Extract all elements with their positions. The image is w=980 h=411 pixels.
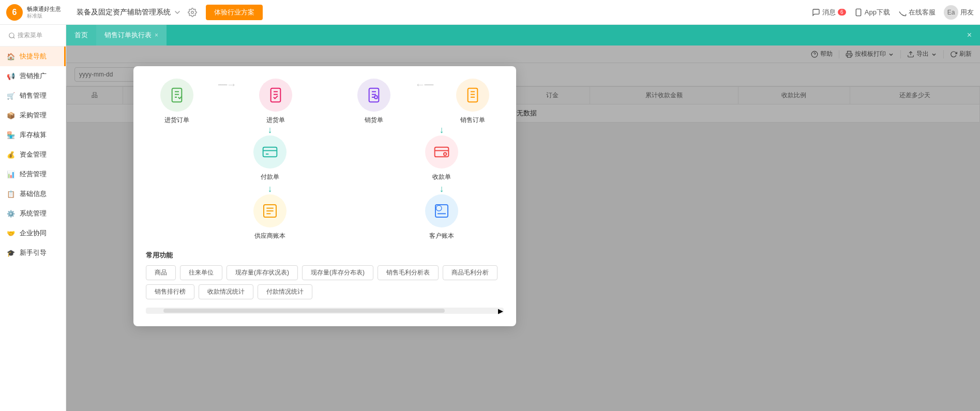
sidebar-item-inventory[interactable]: 🏪 库存核算 xyxy=(0,125,66,145)
btn-goods[interactable]: 商品 xyxy=(146,265,176,280)
tab-sales-order[interactable]: 销售订单执行表 × xyxy=(96,25,167,45)
top-bar: 6 畅康通好生意 标准版 装备及固定资产辅助管理系统 体验行业方案 消息 6 xyxy=(0,0,980,25)
search-inner[interactable]: 搜索菜单 xyxy=(4,29,62,42)
purchase-order-circle xyxy=(160,79,193,112)
sidebar-item-operation[interactable]: 📊 经营管理 xyxy=(0,164,66,184)
flow-item-customer-ledger[interactable]: 客户账本 xyxy=(411,194,473,240)
arrow-down-2: ↓ xyxy=(440,125,444,135)
svg-line-4 xyxy=(13,37,15,38)
supplier-ledger-label: 供应商账本 xyxy=(254,232,285,240)
scroll-right-btn[interactable]: ▶ xyxy=(497,308,504,314)
sidebar-item-system[interactable]: ⚙️ 系统管理 xyxy=(0,204,66,223)
sidebar-item-label: 新手引导 xyxy=(20,248,47,257)
modal-scrollbar[interactable]: ▶ xyxy=(146,308,504,314)
search-label: 搜索菜单 xyxy=(18,31,42,40)
payment-circle xyxy=(253,135,287,169)
tab-bar-close-button[interactable]: × xyxy=(959,31,980,40)
content-area: 首页 销售订单执行表 × × 帮助 xyxy=(66,25,980,411)
app-download-item[interactable]: App下载 xyxy=(854,8,890,17)
btn-sales-rank[interactable]: 销售排行榜 xyxy=(146,284,194,299)
sales-bill-circle xyxy=(357,79,390,112)
sidebar: 搜索菜单 🏠 快捷导航 📢 营销推广 🛒 销售管理 📦 采购管理 🏪 库 xyxy=(0,25,66,411)
sidebar-item-label: 营销推广 xyxy=(20,71,47,81)
system-title: 装备及固定资产辅助管理系统 xyxy=(77,8,181,17)
svg-rect-36 xyxy=(435,147,449,157)
btn-stock-dist[interactable]: 现存量(库存分布表) xyxy=(302,265,373,280)
flow-row-1: 进货订单 - - - - → 进货单 xyxy=(146,79,504,125)
tab-sales-order-label: 销售订单执行表 xyxy=(104,31,152,40)
arrow-down-4: ↓ xyxy=(440,184,444,194)
sidebar-item-label: 基础信息 xyxy=(20,189,47,199)
inventory-icon: 🏪 xyxy=(6,130,16,140)
arrow-2: ← - - - - xyxy=(405,79,442,103)
supplier-ledger-circle xyxy=(253,194,287,227)
btn-sales-gross[interactable]: 销售毛利分析表 xyxy=(378,265,439,280)
flow-item-supplier-ledger[interactable]: 供应商账本 xyxy=(239,194,301,240)
finance-icon: 💰 xyxy=(6,150,16,159)
main-area: 搜索菜单 🏠 快捷导航 📢 营销推广 🛒 销售管理 📦 采购管理 🏪 库 xyxy=(0,25,980,411)
common-title: 常用功能 xyxy=(146,251,504,260)
user-name: 用友 xyxy=(960,8,974,17)
sidebar-item-purchase[interactable]: 📦 采购管理 xyxy=(0,105,66,125)
sidebar-item-label: 采购管理 xyxy=(20,111,47,120)
sidebar-item-guide[interactable]: 🎓 新手引导 xyxy=(0,243,66,263)
settings-icon[interactable] xyxy=(185,5,200,20)
online-service-item[interactable]: 在线客服 xyxy=(898,8,936,17)
sidebar-item-basic[interactable]: 📋 基础信息 xyxy=(0,184,66,204)
svg-rect-39 xyxy=(435,205,448,217)
flow-item-sales-bill[interactable]: 销货单 xyxy=(343,79,405,125)
btn-stock-status[interactable]: 现存量(库存状况表) xyxy=(227,265,298,280)
sidebar-search[interactable]: 搜索菜单 xyxy=(0,25,66,47)
tab-close-icon[interactable]: × xyxy=(155,32,158,39)
sidebar-item-finance[interactable]: 💰 资金管理 xyxy=(0,145,66,164)
receipt-label: 收款单 xyxy=(432,173,451,181)
sidebar-item-quick-nav[interactable]: 🏠 快捷导航 xyxy=(0,47,66,66)
left-down-col: ↓ 付款单 ↓ xyxy=(239,125,301,240)
app-download-label: App下载 xyxy=(865,8,890,17)
basic-icon: 📋 xyxy=(6,189,16,199)
tab-home-label: 首页 xyxy=(74,31,88,40)
svg-rect-17 xyxy=(270,88,280,102)
receipt-circle xyxy=(425,135,458,169)
logo-name: 畅康通好生意 xyxy=(27,5,61,12)
online-service-label: 在线客服 xyxy=(909,8,936,17)
scroll-track xyxy=(163,309,445,313)
btn-partner[interactable]: 往来单位 xyxy=(180,265,222,280)
user-item[interactable]: Ea 用友 xyxy=(944,5,974,20)
flow-item-sales-order[interactable]: 销售订单 xyxy=(442,79,504,125)
tab-bar: 首页 销售订单执行表 × × xyxy=(66,25,980,45)
sidebar-item-label: 快捷导航 xyxy=(20,52,47,61)
sidebar-item-marketing[interactable]: 📢 营销推广 xyxy=(0,66,66,86)
svg-point-0 xyxy=(191,11,194,13)
sidebar-item-label: 销售管理 xyxy=(20,91,47,100)
dropdown-icon[interactable] xyxy=(174,9,181,16)
common-section: 常用功能 商品 往来单位 现存量(库存状况表) 现存量(库存分布表) 销售毛利分… xyxy=(146,251,504,299)
operation-icon: 📊 xyxy=(6,170,16,179)
common-buttons-row2: 销售排行榜 收款情况统计 付款情况统计 xyxy=(146,284,504,299)
customer-ledger-circle xyxy=(425,194,458,227)
download-icon xyxy=(854,8,863,17)
btn-receipt-stats[interactable]: 收款情况统计 xyxy=(199,284,253,299)
flow-item-payment[interactable]: 付款单 xyxy=(239,135,301,181)
message-item[interactable]: 消息 6 xyxy=(812,8,846,17)
purchase-order-label: 进货订单 xyxy=(164,116,189,125)
sidebar-item-enterprise[interactable]: 🤝 企业协同 xyxy=(0,223,66,243)
btn-goods-gross[interactable]: 商品毛利分析 xyxy=(443,265,497,280)
flow-item-purchase-bill[interactable]: 进货单 xyxy=(245,79,307,125)
flow-item-receipt[interactable]: 收款单 xyxy=(411,135,473,181)
tab-home[interactable]: 首页 xyxy=(66,25,96,45)
sidebar-item-label: 库存核算 xyxy=(20,130,47,140)
logo-sub: 标准版 xyxy=(27,12,61,19)
experience-button[interactable]: 体验行业方案 xyxy=(206,5,263,20)
guide-icon: 🎓 xyxy=(6,248,16,257)
svg-rect-13 xyxy=(172,88,182,102)
message-icon xyxy=(812,8,820,17)
flow-item-purchase-order[interactable]: 进货订单 xyxy=(146,79,208,125)
app-container: 6 畅康通好生意 标准版 装备及固定资产辅助管理系统 体验行业方案 消息 6 xyxy=(0,0,980,411)
purchase-bill-label: 进货单 xyxy=(266,116,285,125)
svg-point-3 xyxy=(9,33,14,37)
svg-rect-25 xyxy=(468,88,478,102)
message-label: 消息 xyxy=(822,8,836,17)
btn-payment-stats[interactable]: 付款情况统计 xyxy=(258,284,312,299)
sidebar-item-sales[interactable]: 🛒 销售管理 xyxy=(0,86,66,105)
